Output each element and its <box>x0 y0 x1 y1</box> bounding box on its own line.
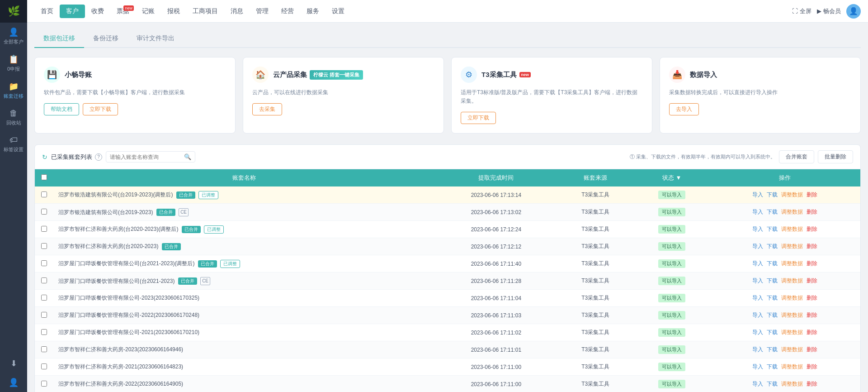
action-导入[interactable]: 导入 <box>752 329 763 336</box>
action-删除[interactable]: 删除 <box>807 243 817 250</box>
action-下载[interactable]: 下载 <box>767 346 778 354</box>
row-checkbox[interactable] <box>41 243 47 249</box>
row-checkbox[interactable] <box>41 312 47 318</box>
row-checkbox[interactable] <box>41 363 47 369</box>
action-导入[interactable]: 导入 <box>752 225 763 233</box>
sidebar-item-account-migration[interactable]: 📁 账套迁移 <box>0 77 27 104</box>
sidebar-item-all-clients[interactable]: 👤 全部客户 <box>0 23 27 50</box>
row-checkbox[interactable] <box>41 346 47 352</box>
search-icon[interactable]: 🔍 <box>184 153 191 160</box>
action-导入[interactable]: 导入 <box>752 363 763 371</box>
action-删除[interactable]: 删除 <box>807 346 817 354</box>
nav-service[interactable]: 服务 <box>300 5 326 18</box>
tab-data-migration[interactable]: 数据包迁移 <box>34 30 84 48</box>
action-下载[interactable]: 下载 <box>767 329 778 336</box>
action-下载[interactable]: 下载 <box>767 294 778 302</box>
nav-invoice[interactable]: 票据 new <box>110 5 136 18</box>
action-调整数据[interactable]: 调整数据 <box>781 363 803 371</box>
nav-bizproject[interactable]: 工商项目 <box>186 5 224 18</box>
action-下载[interactable]: 下载 <box>767 243 778 250</box>
go-collect-button[interactable]: 去采集 <box>252 103 282 115</box>
action-导入[interactable]: 导入 <box>752 311 763 319</box>
sidebar-item-download[interactable]: ⬇ <box>0 354 27 373</box>
batch-delete-btn[interactable]: 批量删除 <box>818 150 853 163</box>
table-row: 汨罗市智祥仁济和善大药房-2022(20230606164905)2023-06… <box>35 376 860 392</box>
action-删除[interactable]: 删除 <box>807 277 817 285</box>
action-导入[interactable]: 导入 <box>752 208 763 216</box>
action-下载[interactable]: 下载 <box>767 380 778 388</box>
action-下载[interactable]: 下载 <box>767 225 778 233</box>
fullscreen-btn[interactable]: ⛶ 全屏 <box>792 7 811 15</box>
action-调整数据[interactable]: 调整数据 <box>781 311 803 319</box>
nav-home[interactable]: 首页 <box>34 5 60 18</box>
download-now-button[interactable]: 立即下载 <box>83 103 118 115</box>
action-调整数据[interactable]: 调整数据 <box>781 260 803 268</box>
action-调整数据[interactable]: 调整数据 <box>781 243 803 250</box>
action-调整数据[interactable]: 调整数据 <box>781 346 803 354</box>
action-下载[interactable]: 下载 <box>767 260 778 268</box>
action-删除[interactable]: 删除 <box>807 363 817 371</box>
row-checkbox[interactable] <box>41 209 47 215</box>
action-下载[interactable]: 下载 <box>767 311 778 319</box>
nav-message[interactable]: 消息 <box>224 5 250 18</box>
action-调整数据[interactable]: 调整数据 <box>781 191 803 199</box>
ce-icon[interactable]: CE <box>200 277 210 285</box>
action-调整数据[interactable]: 调整数据 <box>781 208 803 216</box>
action-删除[interactable]: 删除 <box>807 260 817 268</box>
search-input[interactable] <box>110 154 182 160</box>
row-checkbox[interactable] <box>41 295 47 301</box>
action-导入[interactable]: 导入 <box>752 277 763 285</box>
tab-backup-migration[interactable]: 备份迁移 <box>84 30 127 48</box>
sidebar-item-user[interactable]: 👤 <box>0 373 27 392</box>
nav-manage[interactable]: 管理 <box>250 5 275 18</box>
sidebar-item-recycle[interactable]: 🗑 回收站 <box>0 104 27 131</box>
action-删除[interactable]: 删除 <box>807 294 817 302</box>
action-下载[interactable]: 下载 <box>767 363 778 371</box>
row-source: T3采集工具 <box>557 324 634 341</box>
nav-fee[interactable]: 收费 <box>85 5 110 18</box>
ce-icon[interactable]: CE <box>179 208 189 216</box>
action-调整数据[interactable]: 调整数据 <box>781 294 803 302</box>
go-import-button[interactable]: 去导入 <box>669 103 699 115</box>
action-删除[interactable]: 删除 <box>807 380 817 388</box>
avatar[interactable]: 👤 <box>846 4 861 19</box>
action-导入[interactable]: 导入 <box>752 260 763 268</box>
t3-download-button[interactable]: 立即下载 <box>461 112 496 124</box>
row-checkbox[interactable] <box>41 191 47 197</box>
action-删除[interactable]: 删除 <box>807 191 817 199</box>
action-导入[interactable]: 导入 <box>752 191 763 199</box>
row-checkbox[interactable] <box>41 226 47 232</box>
action-调整数据[interactable]: 调整数据 <box>781 277 803 285</box>
action-删除[interactable]: 删除 <box>807 329 817 336</box>
action-调整数据[interactable]: 调整数据 <box>781 225 803 233</box>
row-checkbox[interactable] <box>41 381 47 387</box>
merge-btn[interactable]: 合并账套 <box>779 150 814 163</box>
action-导入[interactable]: 导入 <box>752 243 763 250</box>
sidebar-item-tag-settings[interactable]: 🏷 标签设置 <box>0 131 27 158</box>
action-导入[interactable]: 导入 <box>752 380 763 388</box>
action-下载[interactable]: 下载 <box>767 277 778 285</box>
tab-audit-export[interactable]: 审计文件导出 <box>127 30 184 48</box>
sidebar-item-zero-declaration[interactable]: 📋 0申报 <box>0 50 27 77</box>
action-导入[interactable]: 导入 <box>752 346 763 354</box>
help-doc-button[interactable]: 帮助文档 <box>44 103 79 115</box>
row-checkbox[interactable] <box>41 260 47 266</box>
nav-operation[interactable]: 经营 <box>275 5 300 18</box>
action-删除[interactable]: 删除 <box>807 311 817 319</box>
nav-accounting[interactable]: 记账 <box>136 5 161 18</box>
member-btn[interactable]: ▶ 畅会员 <box>817 7 841 15</box>
action-下载[interactable]: 下载 <box>767 191 778 199</box>
refresh-icon[interactable]: ↻ <box>42 153 47 161</box>
action-调整数据[interactable]: 调整数据 <box>781 380 803 388</box>
nav-tax[interactable]: 报税 <box>161 5 186 18</box>
nav-settings[interactable]: 设置 <box>326 5 351 18</box>
select-all-checkbox[interactable] <box>41 174 47 180</box>
row-checkbox[interactable] <box>41 329 47 335</box>
action-删除[interactable]: 删除 <box>807 208 817 216</box>
action-导入[interactable]: 导入 <box>752 294 763 302</box>
action-调整数据[interactable]: 调整数据 <box>781 329 803 336</box>
action-删除[interactable]: 删除 <box>807 225 817 233</box>
row-checkbox[interactable] <box>41 277 47 283</box>
action-下载[interactable]: 下载 <box>767 208 778 216</box>
nav-customer[interactable]: 客户 <box>60 5 85 18</box>
